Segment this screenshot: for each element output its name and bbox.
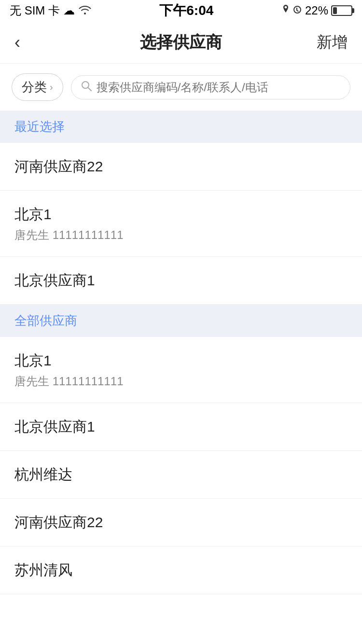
location-icon [282, 4, 290, 17]
search-icon [81, 81, 92, 94]
search-input[interactable] [97, 81, 340, 94]
category-label: 分类 [22, 79, 47, 96]
item-name: 北京1 [14, 350, 348, 371]
list-item[interactable]: 北京1唐先生 11111111111 [0, 191, 362, 257]
page-title: 选择供应商 [53, 31, 309, 54]
battery-percentage: 22% [305, 4, 328, 17]
list-item[interactable]: 河南供应商22 [0, 499, 362, 546]
status-time: 下午6:04 [159, 1, 213, 20]
wifi-icon [79, 4, 91, 17]
status-left: 无 SIM 卡 ☁ [10, 3, 91, 18]
item-name: 河南供应商22 [14, 156, 348, 177]
item-name: 苏州清风 [14, 560, 348, 580]
list-item[interactable]: 杭州维达 [0, 451, 362, 499]
chevron-right-icon: › [50, 82, 53, 93]
recent-list: 河南供应商22北京1唐先生 11111111111北京供应商1 [0, 143, 362, 305]
svg-line-1 [88, 87, 91, 91]
battery-icon [331, 5, 352, 16]
filter-bar: 分类 › [0, 64, 362, 111]
item-name: 北京供应商1 [14, 270, 348, 291]
back-button[interactable]: ‹ [14, 32, 53, 53]
item-name: 北京1 [14, 204, 348, 224]
status-right: 22% [282, 4, 352, 17]
category-button[interactable]: 分类 › [12, 73, 63, 101]
no-sim-text: 无 SIM 卡 ☁ [10, 3, 75, 18]
search-box[interactable] [71, 75, 350, 99]
add-button[interactable]: 新增 [309, 32, 348, 53]
alarm-icon [292, 4, 302, 17]
item-name: 河南供应商22 [14, 512, 348, 532]
all-section-header: 全部供应商 [0, 305, 362, 337]
item-name: 北京供应商1 [14, 417, 348, 437]
status-bar: 无 SIM 卡 ☁ 下午6:04 22% [0, 0, 362, 21]
list-item[interactable]: 北京供应商1 [0, 403, 362, 451]
recent-section-header: 最近选择 [0, 111, 362, 143]
item-sub: 唐先生 11111111111 [14, 227, 348, 243]
all-list: 北京1唐先生 11111111111北京供应商1杭州维达河南供应商22苏州清风 [0, 337, 362, 594]
item-name: 杭州维达 [14, 464, 348, 485]
list-item[interactable]: 北京供应商1 [0, 257, 362, 305]
list-item[interactable]: 北京1唐先生 11111111111 [0, 337, 362, 403]
item-sub: 唐先生 11111111111 [14, 374, 348, 389]
nav-bar: ‹ 选择供应商 新增 [0, 21, 362, 64]
list-item[interactable]: 河南供应商22 [0, 143, 362, 191]
list-item[interactable]: 苏州清风 [0, 546, 362, 594]
